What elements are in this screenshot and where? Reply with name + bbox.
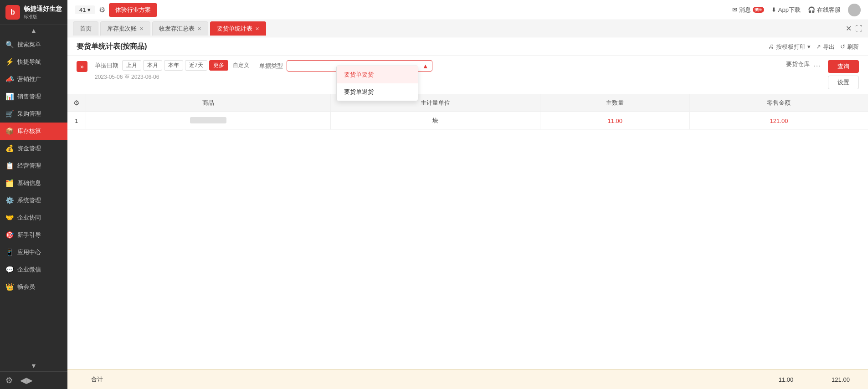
messages-btn[interactable]: ✉ 消息 99+ bbox=[732, 6, 764, 14]
sidebar-item-search[interactable]: 🔍 搜索菜单 bbox=[0, 36, 67, 53]
sidebar-item-shortcut[interactable]: ⚡ 快捷导航 bbox=[0, 53, 67, 71]
sidebar-item-wechat[interactable]: 💬 企业微信 bbox=[0, 261, 67, 278]
tabs-bar-actions: ✕ ⛶ bbox=[846, 24, 863, 33]
guide-icon: 🎯 bbox=[5, 231, 14, 239]
online-service-btn[interactable]: 🎧 在线客服 bbox=[808, 6, 841, 14]
sidebar-item-label: 库存核算 bbox=[17, 127, 41, 135]
member-icon: 👑 bbox=[5, 283, 14, 291]
shortcut-icon: ⚡ bbox=[5, 58, 14, 66]
filter-warehouse-group: 要货仓库 … bbox=[786, 60, 821, 68]
col-settings-icon[interactable]: ⚙ bbox=[67, 94, 86, 112]
dropdown-item-return[interactable]: 要货单退货 bbox=[337, 83, 418, 101]
print-icon: 🖨 bbox=[768, 43, 774, 50]
tab-inventory-batch[interactable]: 库存批次账 ✕ bbox=[100, 21, 150, 36]
cell-index: 1 bbox=[67, 112, 86, 130]
col-retail: 零售金额 bbox=[689, 94, 868, 112]
type-dropdown: 要货单要货 要货单退货 bbox=[336, 66, 418, 101]
tab-collapse-icon[interactable]: ✕ bbox=[846, 24, 852, 33]
qty-link[interactable]: 11.00 bbox=[607, 118, 622, 124]
sidebar: b 畅捷通好生意 标准版 ▲ 🔍 搜索菜单 ⚡ 快捷导航 📣 营销推广 📊 销售… bbox=[0, 0, 67, 389]
dropdown-item-requisition[interactable]: 要货单要货 bbox=[337, 66, 418, 83]
sidebar-item-label: 基础信息 bbox=[17, 179, 41, 187]
warehouse-label: 要货仓库 bbox=[786, 60, 810, 68]
export-btn[interactable]: ↗ 导出 bbox=[816, 43, 835, 51]
sales-icon: 📊 bbox=[5, 92, 14, 101]
filter-date-btns: 上月 本月 本年 近7天 更多 自定义 bbox=[122, 60, 252, 71]
product-blurred bbox=[190, 117, 226, 123]
topbar-gear-icon[interactable]: ⚙ bbox=[99, 5, 105, 14]
sidebar-item-purchase[interactable]: 🛒 采购管理 bbox=[0, 105, 67, 123]
settings-btn[interactable]: 设置 bbox=[828, 76, 859, 89]
filter-expand-btn[interactable]: » bbox=[77, 61, 87, 72]
date-custom-btn[interactable]: 自定义 bbox=[230, 61, 252, 70]
message-icon: ✉ bbox=[732, 6, 737, 13]
collapse-icon[interactable]: ◀▶ bbox=[20, 375, 33, 385]
tab-home[interactable]: 首页 bbox=[73, 21, 98, 36]
user-avatar[interactable] bbox=[848, 4, 861, 16]
app-download-btn[interactable]: ⬇ App下载 bbox=[771, 6, 801, 14]
trial-btn[interactable]: 体验行业方案 bbox=[109, 3, 157, 17]
chevron-down-icon: ▾ bbox=[807, 43, 811, 50]
sidebar-item-operation[interactable]: 📋 经营管理 bbox=[0, 157, 67, 174]
sidebar-item-guide[interactable]: 🎯 新手引导 bbox=[0, 226, 67, 244]
sidebar-logo: b 畅捷通好生意 标准版 bbox=[0, 0, 67, 25]
refresh-btn[interactable]: ↺ 刷新 bbox=[840, 43, 859, 51]
settings-icon[interactable]: ⚙ bbox=[5, 375, 13, 385]
sidebar-item-label: 企业协同 bbox=[17, 214, 41, 222]
sidebar-item-base[interactable]: 🗂️ 基础信息 bbox=[0, 174, 67, 192]
retail-link[interactable]: 121.00 bbox=[770, 118, 788, 124]
footer-retail: 121.00 bbox=[813, 376, 868, 383]
sidebar-item-appstore[interactable]: 📱 应用中心 bbox=[0, 244, 67, 261]
sidebar-item-inventory[interactable]: 📦 库存核算 bbox=[0, 123, 67, 140]
footer-qty: 11.00 bbox=[759, 376, 813, 383]
sidebar-item-finance[interactable]: 💰 资金管理 bbox=[0, 140, 67, 157]
topbar: 41 ▾ ⚙ 体验行业方案 ✉ 消息 99+ ⬇ App下载 🎧 在线客服 bbox=[67, 0, 868, 20]
sidebar-item-member[interactable]: 👑 畅会员 bbox=[0, 278, 67, 296]
sidebar-item-marketing[interactable]: 📣 营销推广 bbox=[0, 71, 67, 88]
enterprise-icon: 🤝 bbox=[5, 214, 14, 222]
system-icon: ⚙️ bbox=[5, 196, 14, 205]
sidebar-item-label: 资金管理 bbox=[17, 144, 41, 153]
export-icon: ↗ bbox=[816, 43, 821, 50]
filter-actions: 查询 设置 bbox=[828, 60, 859, 89]
tab-close-icon[interactable]: ✕ bbox=[197, 26, 201, 32]
date-btn-last-month[interactable]: 上月 bbox=[122, 60, 141, 71]
type-dropdown-arrow[interactable]: ▲ bbox=[422, 62, 429, 70]
sidebar-item-sales[interactable]: 📊 销售管理 bbox=[0, 88, 67, 105]
date-btn-this-month[interactable]: 本月 bbox=[143, 60, 162, 71]
search-icon: 🔍 bbox=[5, 41, 14, 49]
sidebar-scroll-down[interactable]: ▼ bbox=[0, 360, 67, 371]
finance-icon: 💰 bbox=[5, 144, 14, 153]
sidebar-item-enterprise[interactable]: 🤝 企业协同 bbox=[0, 209, 67, 226]
query-btn[interactable]: 查询 bbox=[828, 60, 859, 73]
download-icon: ⬇ bbox=[771, 6, 776, 13]
sidebar-bottom: ⚙ ◀▶ bbox=[0, 371, 67, 389]
purchase-icon: 🛒 bbox=[5, 110, 14, 118]
cell-qty: 11.00 bbox=[540, 112, 690, 130]
tabs-bar: 首页 库存批次账 ✕ 收发存汇总表 ✕ 要货单统计表 ✕ ✕ ⛶ bbox=[67, 20, 868, 37]
date-btn-this-year[interactable]: 本年 bbox=[164, 60, 183, 71]
tab-order-stats[interactable]: 要货单统计表 ✕ bbox=[210, 21, 266, 36]
tab-receive-send[interactable]: 收发存汇总表 ✕ bbox=[152, 21, 208, 36]
sidebar-item-label: 企业微信 bbox=[17, 266, 41, 274]
main-wrap: 41 ▾ ⚙ 体验行业方案 ✉ 消息 99+ ⬇ App下载 🎧 在线客服 bbox=[67, 0, 868, 389]
print-btn[interactable]: 🖨 按模板打印 ▾ bbox=[768, 43, 811, 51]
chevron-down-icon[interactable]: ▾ bbox=[87, 6, 91, 13]
tab-close-icon[interactable]: ✕ bbox=[255, 26, 259, 32]
table-wrap: ⚙ 商品 主计量单位 主数量 零售金额 1 块 bbox=[67, 94, 868, 369]
tab-expand-icon[interactable]: ⛶ bbox=[855, 25, 863, 33]
logo-text: 畅捷通好生意 标准版 bbox=[24, 5, 62, 20]
date-btn-more[interactable]: 更多 bbox=[209, 60, 228, 71]
sidebar-nav: 🔍 搜索菜单 ⚡ 快捷导航 📣 营销推广 📊 销售管理 🛒 采购管理 📦 库存核… bbox=[0, 36, 67, 360]
table-footer: 合计 11.00 121.00 bbox=[67, 369, 868, 389]
filter-row: » 单据日期 上月 本月 本年 近7天 更多 自定义 2023-05-06 至 … bbox=[67, 56, 868, 94]
warehouse-more-icon[interactable]: … bbox=[813, 60, 821, 68]
col-qty: 主数量 bbox=[540, 94, 690, 112]
date-btn-7days[interactable]: 近7天 bbox=[185, 60, 207, 71]
tab-close-icon[interactable]: ✕ bbox=[139, 26, 144, 32]
sidebar-item-system[interactable]: ⚙️ 系统管理 bbox=[0, 192, 67, 209]
sidebar-scroll-up[interactable]: ▲ bbox=[0, 25, 67, 36]
marketing-icon: 📣 bbox=[5, 75, 14, 83]
headset-icon: 🎧 bbox=[808, 6, 815, 13]
tab-count-badge: 41 ▾ bbox=[75, 5, 95, 14]
